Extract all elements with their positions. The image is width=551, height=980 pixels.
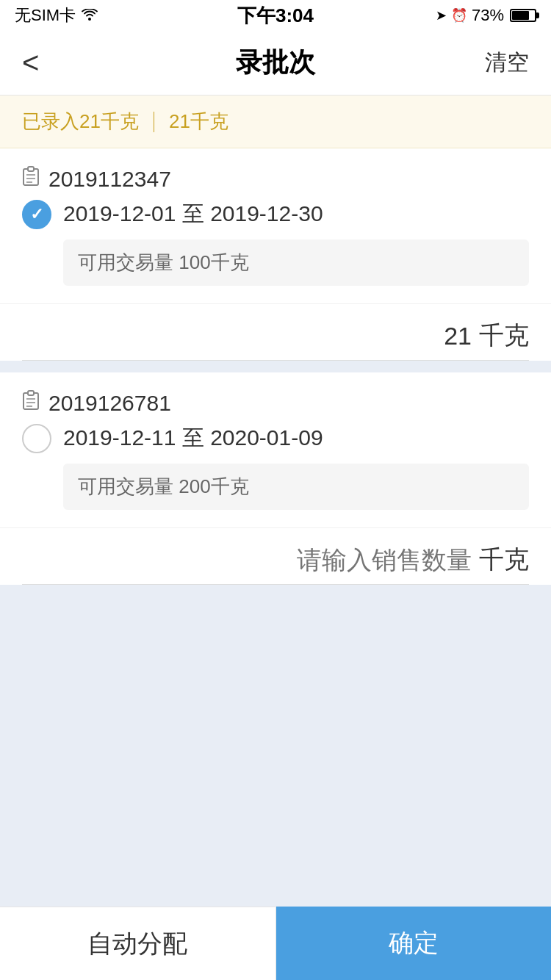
section-divider <box>0 361 551 372</box>
amount-row-2[interactable]: 千克 <box>0 528 551 584</box>
batch-id-1: 2019112347 <box>48 167 171 192</box>
batch-available-1: 可用交易量 100千克 <box>63 239 529 286</box>
auto-distribute-button[interactable]: 自动分配 <box>0 907 276 980</box>
status-bar: 无SIM卡 下午3:04 ➤ ⏰ 73% <box>0 0 551 31</box>
batch-date-1: 2019-12-01 至 2019-12-30 <box>63 199 323 229</box>
batch-id-2: 2019126781 <box>48 391 171 416</box>
carrier-text: 无SIM卡 <box>15 4 76 26</box>
recorded-amount: 已录入21千克 <box>22 109 139 134</box>
amount-unit-2: 千克 <box>479 543 529 577</box>
nav-bar: < 录批次 清空 <box>0 31 551 96</box>
wifi-icon <box>82 6 98 25</box>
batch-date-row-2[interactable]: 2019-12-11 至 2020-01-09 <box>22 423 529 453</box>
batch-item-1: 2019112347 2019-12-01 至 2019-12-30 可用交易量… <box>0 148 551 361</box>
banner-divider <box>154 112 154 132</box>
battery-percent: 73% <box>472 6 504 25</box>
clear-button[interactable]: 清空 <box>485 48 529 78</box>
batch-radio-2[interactable] <box>22 424 51 453</box>
batch-date-row-1[interactable]: 2019-12-01 至 2019-12-30 <box>22 199 529 229</box>
batch-radio-1[interactable] <box>22 200 51 229</box>
batch-available-2: 可用交易量 200千克 <box>63 464 529 510</box>
alarm-icon: ⏰ <box>451 7 467 24</box>
svg-rect-1 <box>28 167 34 171</box>
batch-icon-2 <box>22 390 43 416</box>
location-icon: ➤ <box>436 7 447 24</box>
batch-icon-1 <box>22 166 43 192</box>
batch-header-1: 2019112347 <box>22 166 529 192</box>
amount-value-1: 21 <box>413 322 472 350</box>
amount-unit-1: 千克 <box>479 319 529 353</box>
back-button[interactable]: < <box>22 46 66 79</box>
status-time: 下午3:04 <box>237 3 314 29</box>
batch-header-2: 2019126781 <box>22 390 529 416</box>
total-amount: 21千克 <box>169 109 228 134</box>
confirm-button[interactable]: 确定 <box>276 907 552 980</box>
batch-date-2: 2019-12-11 至 2020-01-09 <box>63 423 323 453</box>
batch-item-2: 2019126781 2019-12-11 至 2020-01-09 可用交易量… <box>0 372 551 585</box>
info-banner: 已录入21千克 21千克 <box>0 96 551 148</box>
amount-input-2[interactable] <box>159 546 472 574</box>
status-left: 无SIM卡 <box>15 4 98 26</box>
page-title: 录批次 <box>236 45 315 81</box>
battery-icon <box>510 9 536 22</box>
amount-row-1: 21 千克 <box>0 304 551 360</box>
bottom-bar: 自动分配 确定 <box>0 907 551 980</box>
svg-rect-6 <box>28 391 34 395</box>
gray-area <box>0 585 551 901</box>
status-right: ➤ ⏰ 73% <box>436 6 536 25</box>
